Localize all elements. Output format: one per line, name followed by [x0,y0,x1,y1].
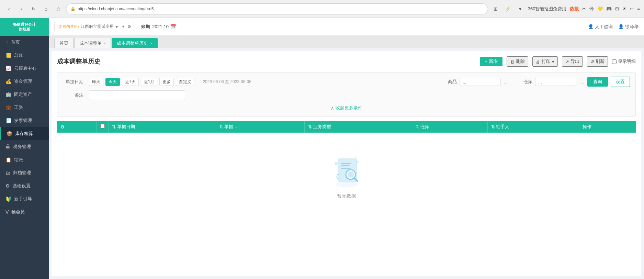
page-title: 成本调整单历史 [57,57,100,66]
custom-btn[interactable]: 自定义 [176,78,194,86]
user-button[interactable]: 👤 徐泽华 [618,24,639,30]
select-all-checkbox[interactable] [100,124,105,129]
company-selector[interactable]: (勿删勿禁用) 江西服宝测试专用 ▾ ＋ ⚙ [54,22,134,31]
th-business-type[interactable]: ⇅ 业务类型 [305,121,412,133]
extensions-button[interactable]: ⊞ [491,4,500,14]
today-btn[interactable]: 今天 [105,78,120,86]
empty-text: 暂无数据 [337,193,356,199]
game-icon[interactable]: 🎮 [606,6,612,11]
month-btn[interactable]: 近1月 [141,78,158,86]
guide-label: 新手引导 [14,196,32,202]
sidebar-item-fixed-assets[interactable]: 🏢固定资产 [0,88,49,101]
sidebar-item-reports[interactable]: 📈云报表中心 [0,62,49,75]
remark-filter-input[interactable] [89,90,185,100]
wallet-icon[interactable]: 💛 [597,6,603,11]
speed-button[interactable]: ⚡ [503,4,513,14]
settings-small-icon[interactable]: ⚙ [127,24,131,29]
sidebar-item-settings[interactable]: ⚙基础设置 [0,179,49,192]
sidebar-item-home[interactable]: ⌂首页 [0,36,49,49]
grid-icon[interactable]: ⊞ [615,6,619,11]
more-btn[interactable]: 更多 [159,78,174,86]
warehouse-more-icon[interactable]: … [579,79,585,85]
star-button[interactable]: ☆ [54,4,63,14]
user-avatar-icon: 👤 [618,24,624,29]
sidebar-item-closing[interactable]: 📋结账 [0,153,49,166]
reports-icon: 📈 [5,66,11,71]
consultant-button[interactable]: 👤 人工咨询 [588,24,613,30]
tab-adjust[interactable]: 成本调整单 × [74,38,111,48]
th-date[interactable]: ⇅ 单据日期 [109,121,216,133]
goods-filter-select[interactable]: ... [460,78,501,86]
show-detail-label: 显示明细 [618,58,636,65]
delete-icon: 🗑 [510,59,515,64]
th-gear[interactable]: ⚙ [57,121,97,133]
svg-rect-3 [341,163,351,164]
goods-more-icon[interactable]: … [504,79,509,85]
nav-forward-button[interactable]: › [16,4,26,14]
th-number[interactable]: ⇅ 单据... [216,121,304,133]
undo-icon[interactable]: ↩ [630,6,634,11]
sidebar-item-salary[interactable]: 💼工资 [0,101,49,114]
menu-icon[interactable]: ≡ [637,6,640,11]
tab-adjust-close[interactable]: × [104,41,106,45]
table-header-row: ⚙ ⇅ 单据日期 ⇅ 单据... [57,121,636,133]
consultant-label: 人工咨询 [595,24,613,30]
translate-icon[interactable]: 译 [589,6,594,12]
tab-history[interactable]: 成本调整单历史 × [112,38,157,48]
th-warehouse-label: ⇅ 仓库 [416,124,430,130]
sidebar-item-invoice[interactable]: 🧾发票管理 [0,114,49,127]
home-button[interactable]: ⌂ [41,4,51,14]
logo-text: 畅捷通好会计 旗舰版 [13,22,36,32]
scissors-icon[interactable]: ✂ [582,6,586,11]
refresh-button[interactable]: ↻ [29,4,38,14]
consultant-icon: 👤 [588,24,594,29]
th-operator[interactable]: ⇅ 经手人 [487,121,579,133]
closing-icon: 📋 [5,157,11,163]
sidebar-item-guide[interactable]: 🔰新手引导 [0,192,49,205]
goods-placeholder: ... [463,79,466,85]
nav-back-button[interactable]: ‹ [4,4,14,14]
url-text: https://cloud.chanjet.com/accounting/uru… [78,7,154,11]
sidebar-item-archive[interactable]: 🗂归档管理 [0,166,49,179]
th-checkbox[interactable] [97,121,109,133]
url-bar[interactable]: 🔒 https://cloud.chanjet.com/accounting/u… [66,3,488,14]
th-operator-label: ⇅ 经手人 [491,124,510,130]
dropdown-button[interactable]: ▾ [516,4,525,14]
warehouse-filter-select[interactable]: ... [535,78,576,86]
export-button[interactable]: ↗ 导出 [562,56,583,67]
collapse-button[interactable]: ∧ 收起更多条件 [63,103,630,112]
tab-home[interactable]: 首页 [54,38,74,48]
sidebar-item-vip[interactable]: V畅会员 [0,205,49,219]
svg-point-11 [355,157,357,158]
calendar-icon[interactable]: 📅 [171,24,176,29]
filter-row-date: 单据日期 昨天 今天 近7天 近1月 更多 自定义 2023-06-06 至 2… [63,77,630,87]
brightness-icon[interactable]: ☀ [622,6,626,11]
sidebar-item-funds[interactable]: 💰资金管理 [0,75,49,88]
print-button[interactable]: 🖨 打印 ▾ [532,56,558,67]
top-bar: (勿删勿禁用) 江西服宝测试专用 ▾ ＋ ⚙ 账期 2021-10 📅 👤 人工… [49,18,644,36]
show-detail-checkbox-input[interactable] [612,59,617,64]
filter-settings-button[interactable]: 设置 [611,77,630,87]
th-warehouse[interactable]: ⇅ 仓库 [412,121,487,133]
sidebar-logo: 畅捷通好会计 旗舰版 [0,18,49,36]
sidebar-item-inventory[interactable]: 📦库存核算 [0,127,49,140]
query-button[interactable]: 查询 [587,77,608,87]
add-company-icon[interactable]: ＋ [121,24,125,30]
reports-label: 云报表中心 [14,65,36,71]
th-actions-label: 操作 [583,124,591,129]
sidebar-item-ledger[interactable]: 📒总账 [0,49,49,62]
tab-history-close[interactable]: × [150,41,152,45]
sidebar-nav: ⌂首页📒总账📈云报表中心💰资金管理🏢固定资产💼工资🧾发票管理📦库存核算🏛税务管理… [0,36,49,219]
delete-button[interactable]: 🗑 删除 [507,56,528,67]
show-detail-toggle[interactable]: 显示明细 [612,58,636,65]
week-btn[interactable]: 近7天 [122,78,139,86]
home-label: 首页 [11,39,20,45]
new-button[interactable]: + 新增 [480,57,502,66]
yesterday-btn[interactable]: 昨天 [89,78,103,86]
browser-bar: ‹ › ↻ ⌂ ☆ 🔒 https://cloud.chanjet.com/ac… [0,0,644,18]
collapse-label: 收起更多条件 [336,105,362,111]
refresh-button[interactable]: ↺ 刷新 [587,56,608,67]
warehouse-filter-label: 仓库 [512,79,532,85]
export-label: 导出 [570,58,579,65]
sidebar-item-tax[interactable]: 🏛税务管理 [0,140,49,153]
